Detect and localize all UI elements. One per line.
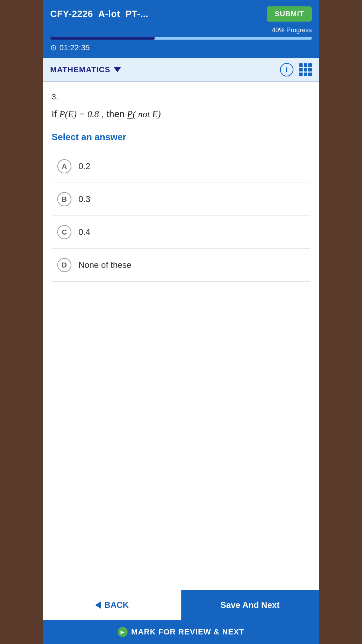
progress-row: 40% Progress	[50, 27, 312, 34]
back-chevron-icon	[95, 602, 101, 609]
back-label: BACK	[104, 600, 129, 610]
grid-dot	[299, 68, 303, 71]
info-icon[interactable]: i	[280, 63, 293, 76]
option-a-text: 0.2	[78, 161, 90, 171]
progress-bar-fill	[50, 37, 155, 40]
grid-dot	[299, 63, 303, 67]
exam-title: CFY-2226_A-lot_PT-...	[50, 8, 148, 19]
dropdown-arrow-icon	[114, 67, 121, 72]
options-list: A 0.2 B 0.3 C 0.4 D None of these	[52, 150, 310, 282]
submit-button[interactable]: SUBMIT	[267, 6, 312, 22]
grid-dot	[304, 68, 307, 71]
info-icon-label: i	[286, 66, 288, 74]
mark-review-bar[interactable]: MARK FOR REVIEW & NEXT	[43, 620, 319, 644]
progress-bar-container	[50, 37, 312, 40]
question-number: 3.	[52, 92, 310, 102]
header: CFY-2226_A-lot_PT-... SUBMIT 40% Progres…	[43, 0, 319, 58]
question-text: If P(E) = 0.8 , then P( not E)	[52, 107, 310, 121]
subject-label: MATHEMATICS	[50, 65, 110, 74]
timer-row: ⊙ 01:22:35	[50, 43, 312, 52]
question-prefix: If	[52, 109, 59, 119]
select-answer-label: Select an answer	[52, 132, 310, 143]
grid-icon[interactable]	[299, 63, 312, 76]
option-d[interactable]: D None of these	[52, 249, 310, 282]
save-next-button[interactable]: Save And Next	[181, 590, 319, 620]
grid-dot	[308, 73, 312, 76]
phone-container: CFY-2226_A-lot_PT-... SUBMIT 40% Progres…	[43, 0, 319, 644]
toolbar-icons: i	[280, 63, 312, 76]
option-a-circle: A	[57, 159, 71, 173]
question-math2: P( not E)	[127, 109, 160, 119]
option-b[interactable]: B 0.3	[52, 183, 310, 216]
question-math1: P(E) = 0.8	[59, 109, 99, 119]
back-button[interactable]: BACK	[43, 590, 181, 620]
option-c-circle: C	[57, 225, 71, 239]
grid-dot	[308, 68, 312, 71]
option-b-circle: B	[57, 192, 71, 206]
header-top: CFY-2226_A-lot_PT-... SUBMIT	[50, 6, 312, 22]
option-d-circle: D	[57, 258, 71, 272]
grid-dot	[304, 73, 307, 76]
grid-dot	[308, 63, 312, 67]
mark-review-label: MARK FOR REVIEW & NEXT	[131, 627, 244, 637]
subject-selector[interactable]: MATHEMATICS	[50, 65, 121, 74]
option-a[interactable]: A 0.2	[52, 150, 310, 183]
toolbar: MATHEMATICS i	[43, 58, 319, 82]
timer-display: 01:22:35	[59, 43, 90, 52]
option-c-text: 0.4	[78, 227, 90, 237]
timer-icon: ⊙	[50, 43, 57, 52]
option-d-text: None of these	[78, 260, 131, 270]
grid-dot	[299, 73, 303, 76]
progress-label: 40% Progress	[272, 27, 312, 34]
grid-dot	[304, 63, 307, 67]
option-b-text: 0.3	[78, 194, 90, 204]
bottom-buttons: BACK Save And Next	[43, 590, 319, 620]
option-c[interactable]: C 0.4	[52, 216, 310, 249]
mark-review-icon	[118, 627, 128, 637]
question-area: 3. If P(E) = 0.8 , then P( not E) Select…	[43, 82, 319, 590]
question-mid: , then	[101, 109, 127, 119]
